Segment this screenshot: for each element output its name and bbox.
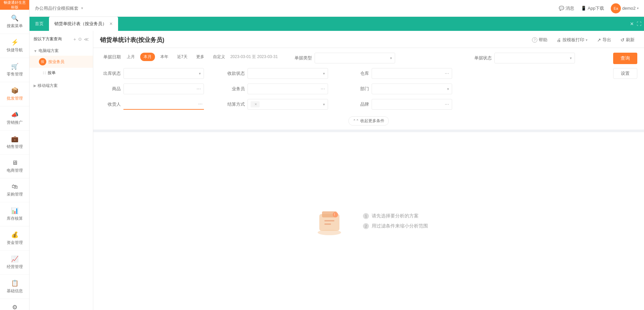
export-btn[interactable]: ↗ 导出 (594, 36, 614, 44)
out-status-select[interactable]: ▾ (123, 68, 204, 79)
date-last-7days-btn[interactable]: 近7天 (174, 53, 191, 61)
brand-input[interactable]: ··· (372, 99, 452, 110)
add-scheme-icon[interactable]: + (73, 37, 76, 42)
home-tab-label: 首页 (35, 21, 44, 27)
date-range-text: 2023-03-01 至 2023-03-31 (230, 54, 278, 60)
svg-text:!: ! (334, 213, 335, 217)
payment-status-select[interactable]: ▾ (248, 68, 328, 79)
right-panel: 销货单统计表(按业务员) ? 帮助 🖨 按模板打印 ▾ ↗ 导出 (93, 31, 644, 310)
workspace-selector[interactable]: 办公用品行业模拟账套 ▾ (35, 5, 83, 11)
left-panel-icons: + ⊙ ≪ (73, 37, 89, 42)
warehouse-input[interactable]: ··· (372, 68, 452, 79)
sidebar-item-sales[interactable]: 💼 销售管理 (0, 131, 29, 155)
ecommerce-icon: 🖥 (3, 159, 26, 166)
workspace-dropdown-icon: ▾ (81, 6, 83, 10)
date-last-month-btn[interactable]: 上月 (123, 53, 138, 61)
user-profile[interactable]: Ea demo2 ▾ (611, 3, 639, 13)
doc-type-label: 单据类型 (291, 55, 315, 61)
sidebar-item-ecommerce[interactable]: 🖥 电商管理 (0, 155, 29, 178)
tab-home[interactable]: 首页 (30, 17, 49, 31)
date-this-month-btn[interactable]: 本月 (140, 53, 155, 61)
content: 按以下方案查询 + ⊙ ≪ ▼ 电脑端方案 按 按业务员 ∷ 按 (30, 31, 644, 310)
refresh-btn[interactable]: ↺ 刷新 (618, 36, 637, 44)
collapse-up-icon: ⌃⌃ (353, 119, 359, 123)
date-more-btn[interactable]: 更多 (193, 53, 208, 61)
tree-group-desktop-title[interactable]: ▼ 电脑端方案 (30, 46, 93, 56)
goods-dots-icon[interactable]: ··· (197, 86, 201, 92)
doc-status-label: 单据状态 (471, 55, 494, 61)
goods-input[interactable]: ··· (123, 84, 204, 94)
date-filter: 上月 本月 本年 近7天 更多 自定义 2023-03-01 至 2023-03… (123, 53, 278, 61)
settlement-tag-close-icon[interactable]: × (255, 102, 257, 107)
salesperson-input[interactable]: ··· (248, 84, 328, 94)
maximize-window-icon[interactable]: ⛶ (637, 21, 641, 27)
sidebar-item-wholesale[interactable]: 📦 批发管理 (0, 82, 29, 106)
date-this-year-btn[interactable]: 本年 (157, 53, 172, 61)
edit-scheme-icon[interactable]: ⊙ (78, 37, 82, 42)
query-btn[interactable]: 查询 (613, 53, 637, 64)
consignee-dots-icon[interactable]: ··· (198, 101, 203, 107)
tree-group-desktop: ▼ 电脑端方案 按 按业务员 ∷ 按单 (30, 45, 93, 80)
date-custom-btn[interactable]: 自定义 (210, 53, 228, 61)
tree-item-salesperson[interactable]: 按 按业务员 (30, 56, 93, 68)
sidebar-item-operations[interactable]: 📈 经营管理 (0, 251, 29, 275)
app-download-btn[interactable]: 📱 App下载 (581, 5, 604, 11)
sidebar-item-inventory[interactable]: 📊 库存核算 (0, 202, 29, 226)
sidebar-item-sys-admin[interactable]: ⚙ 系统管理 (0, 299, 29, 310)
settlement-label: 结算方式 (224, 101, 248, 107)
refresh-icon: ↺ (621, 37, 625, 43)
sidebar-item-search[interactable]: 🔍 搜索菜单 (0, 10, 29, 34)
doc-type-select[interactable]: ▾ (315, 53, 395, 63)
print-dropdown-icon: ▾ (586, 38, 588, 42)
page-title: 销货单统计表(按业务员) (100, 36, 164, 44)
empty-tip-2: 2 用过滤条件来缩小分析范围 (363, 223, 428, 229)
tab-close-icon[interactable]: ✕ (109, 21, 113, 26)
settings-btn[interactable]: 设置 (613, 68, 637, 79)
close-window-icon[interactable]: ✕ (630, 21, 634, 27)
avatar: Ea (611, 3, 621, 13)
sidebar-item-basic-info[interactable]: 📋 基础信息 (0, 275, 29, 299)
template-print-btn[interactable]: 🖨 按模板打印 ▾ (554, 36, 590, 44)
left-panel-header: 按以下方案查询 + ⊙ ≪ (30, 34, 93, 45)
help-icon: ? (532, 37, 537, 43)
payment-status-label: 收款状态 (224, 70, 248, 76)
message-btn[interactable]: 💬 消息 (559, 5, 574, 11)
sidebar-item-marketing[interactable]: 📣 营销推广 (0, 106, 29, 131)
collapse-more-btn[interactable]: ⌃⌃ 收起更多条件 (348, 116, 389, 125)
logo[interactable]: 畅捷通好生意 标版 (0, 0, 29, 10)
tree-group-mobile-title[interactable]: ▶ 移动端方案 (30, 81, 93, 91)
empty-content: ! 1 请先选择要分析的方案 2 用过滤条件来缩小分析范围 (309, 201, 428, 242)
export-icon: ↗ (597, 37, 601, 43)
brand-dots-icon[interactable]: ··· (445, 101, 449, 107)
action-buttons: 查询 设置 (613, 53, 637, 79)
main-area: 办公用品行业模拟账套 ▾ 💬 消息 📱 App下载 Ea demo2 ▾ 首页 … (30, 0, 644, 310)
window-controls: ✕ ⛶ (630, 21, 641, 27)
sidebar-item-purchase[interactable]: 🛍 采购管理 (0, 178, 29, 202)
sidebar-item-finance[interactable]: 💰 资金管理 (0, 226, 29, 251)
settlement-select[interactable]: × ▾ (248, 99, 328, 110)
goods-label: 商品 (100, 86, 123, 92)
empty-state: ! 1 请先选择要分析的方案 2 用过滤条件来缩小分析范围 (93, 132, 644, 310)
topbar-right: 💬 消息 📱 App下载 Ea demo2 ▾ (559, 3, 639, 13)
doc-status-select[interactable]: ▾ (494, 53, 575, 63)
sidebar-item-retail[interactable]: 🛒 零售管理 (0, 58, 29, 82)
salesperson-label: 业务员 (224, 86, 248, 92)
message-icon: 💬 (559, 6, 564, 11)
tab-sales-stat[interactable]: 销货单统计表（按业务员） ✕ (49, 17, 118, 31)
warehouse-dots-icon[interactable]: ··· (445, 70, 449, 76)
salesperson-scheme-icon: 按 (39, 58, 46, 65)
sidebar-item-quick-nav[interactable]: ⚡ 快捷导航 (0, 34, 29, 58)
wholesale-icon: 📦 (3, 87, 26, 94)
brand-label: 品牌 (348, 101, 372, 107)
department-select[interactable]: ▾ (372, 84, 452, 94)
empty-tips: 1 请先选择要分析的方案 2 用过滤条件来缩小分析范围 (363, 213, 428, 229)
consignee-input[interactable]: ··· (123, 99, 204, 110)
chevron-right-icon: ▶ (34, 84, 36, 88)
tabbar: 首页 销货单统计表（按业务员） ✕ ✕ ⛶ (30, 17, 644, 31)
salesperson-dots-icon[interactable]: ··· (321, 86, 325, 92)
tree-item-by-order[interactable]: ∷ 按单 (30, 68, 93, 78)
collapse-panel-icon[interactable]: ≪ (84, 37, 89, 42)
page-header: 销货单统计表(按业务员) ? 帮助 🖨 按模板打印 ▾ ↗ 导出 (93, 31, 644, 48)
help-btn[interactable]: ? 帮助 (529, 36, 550, 44)
svg-rect-4 (324, 223, 331, 225)
